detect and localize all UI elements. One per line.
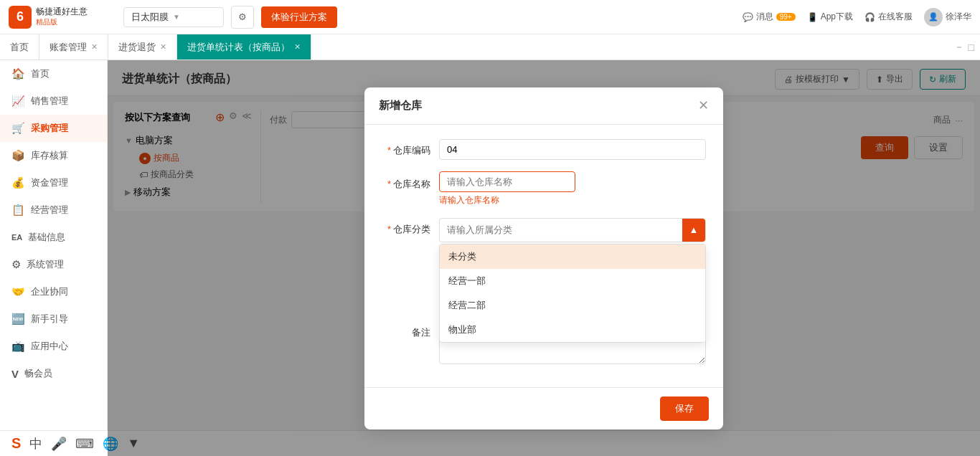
enterprise-icon: 🤝 — [11, 285, 25, 298]
purchase-icon: 🛒 — [11, 122, 25, 135]
tab-purchase-stats-label: 进货单统计表（按商品） — [187, 41, 290, 54]
apps-icon: 📺 — [11, 340, 25, 353]
tab-account-close[interactable]: ✕ — [91, 42, 98, 52]
sidebar-item-guide[interactable]: 🆕 新手引导 — [0, 305, 107, 333]
sidebar-item-member[interactable]: V 畅会员 — [0, 360, 107, 387]
settings-icon[interactable]: ⚙ — [231, 6, 254, 29]
app-sub: 精品版 — [36, 17, 88, 27]
dropdown-item-0[interactable]: 未分类 — [440, 244, 705, 269]
username-label: 徐泽华 — [946, 11, 971, 23]
sidebar-finance-label: 资金管理 — [31, 176, 68, 189]
customer-service-item[interactable]: 🎧 在线客服 — [864, 11, 913, 23]
message-item[interactable]: 💬 消息 99+ — [743, 11, 796, 23]
keyboard-icon[interactable]: ⌨ — [75, 436, 94, 452]
store-name: 日太阳膜 — [131, 11, 169, 24]
dropdown-item-2[interactable]: 经营二部 — [440, 293, 705, 318]
modal-close-button[interactable]: ✕ — [698, 99, 709, 112]
name-input[interactable] — [439, 171, 575, 192]
code-row: 仓库编码 — [382, 139, 706, 160]
modal-body: 仓库编码 仓库名称 请输入仓库名称 仓库分类 — [364, 125, 723, 387]
headphone-icon: 🎧 — [864, 12, 875, 22]
top-header: 6 畅捷通好生意 精品版 日太阳膜 ▼ ⚙ 体验行业方案 💬 消息 99+ 📱 … — [0, 0, 980, 34]
modal-overlay: 新增仓库 ✕ 仓库编码 仓库名称 请输入仓库名 — [108, 60, 980, 456]
store-selector[interactable]: 日太阳膜 ▼ — [123, 7, 224, 27]
sidebar-item-system[interactable]: ⚙ 系统管理 — [0, 251, 107, 278]
guide-icon: 🆕 — [11, 313, 25, 326]
sidebar-purchase-label: 采购管理 — [31, 122, 68, 135]
maximize-icon[interactable]: □ — [969, 42, 974, 53]
trial-button[interactable]: 体验行业方案 — [261, 6, 337, 28]
category-input[interactable] — [440, 220, 682, 239]
category-label: 仓库分类 — [382, 218, 439, 236]
minimize-icon[interactable]: － — [954, 41, 964, 54]
modal-title: 新增仓库 — [379, 99, 422, 113]
category-wrapper: ▲ 未分类 经营一部 经营二部 物业部 — [439, 218, 706, 242]
phone-icon: 📱 — [807, 12, 818, 22]
app-download-item[interactable]: 📱 App下载 — [807, 11, 853, 23]
sidebar-item-inventory[interactable]: 📦 库存核算 — [0, 142, 107, 169]
mic-icon[interactable]: 🎤 — [51, 436, 67, 452]
sidebar-apps-label: 应用中心 — [31, 340, 68, 353]
name-label: 仓库名称 — [382, 173, 439, 191]
sidebar-item-purchase[interactable]: 🛒 采购管理 — [0, 115, 107, 142]
logo-icon: 6 — [9, 6, 32, 29]
sidebar-item-home[interactable]: 🏠 首页 — [0, 60, 107, 87]
tab-purchase-return[interactable]: 进货退货 ✕ — [108, 34, 177, 60]
add-warehouse-modal: 新增仓库 ✕ 仓库编码 仓库名称 请输入仓库名 — [364, 87, 723, 429]
sidebar-item-sales[interactable]: 📈 销售管理 — [0, 87, 107, 115]
sidebar-item-operations[interactable]: 📋 经营管理 — [0, 196, 107, 224]
app-download-label: App下载 — [821, 11, 853, 23]
sogou-icon[interactable]: S — [11, 435, 21, 452]
finance-icon: 💰 — [11, 176, 25, 189]
category-toggle-btn[interactable]: ▲ — [682, 219, 705, 242]
dropdown-item-1[interactable]: 经营一部 — [440, 269, 705, 293]
category-dropdown: 未分类 经营一部 经营二部 物业部 — [439, 244, 706, 343]
sales-icon: 📈 — [11, 95, 25, 108]
sidebar-home-label: 首页 — [31, 67, 50, 80]
home-icon: 🏠 — [11, 67, 25, 80]
sidebar-item-finance[interactable]: 💰 资金管理 — [0, 169, 107, 196]
operations-icon: 📋 — [11, 204, 25, 217]
tab-purchase-return-close[interactable]: ✕ — [160, 42, 166, 52]
tab-purchase-stats[interactable]: 进货单统计表（按商品） ✕ — [177, 34, 311, 60]
code-input[interactable] — [439, 139, 706, 160]
tab-account-management[interactable]: 账套管理 ✕ — [39, 34, 108, 60]
sidebar-item-apps[interactable]: 📺 应用中心 — [0, 333, 107, 360]
tab-window-btns: － □ — [948, 41, 980, 54]
chinese-input-icon[interactable]: 中 — [29, 435, 42, 452]
tab-bar: 首页 账套管理 ✕ 进货退货 ✕ 进货单统计表（按商品） ✕ － □ — [0, 34, 980, 60]
tab-home[interactable]: 首页 — [0, 34, 39, 60]
content-area: 进货单统计（按商品） 🖨 按模板打印 ▼ ⬆ 导出 ↻ 刷新 — [108, 60, 980, 456]
system-icon: ⚙ — [11, 258, 21, 271]
tab-account-label: 账套管理 — [50, 41, 87, 54]
basic-info-icon: EA — [11, 233, 22, 242]
sidebar-sales-label: 销售管理 — [31, 95, 68, 108]
modal-header: 新增仓库 ✕ — [364, 87, 723, 125]
message-label: 消息 — [756, 11, 773, 23]
inventory-icon: 📦 — [11, 149, 25, 162]
name-row: 仓库名称 请输入仓库名称 — [382, 171, 706, 206]
avatar: 👤 — [924, 8, 943, 27]
sidebar-enterprise-label: 企业协同 — [31, 285, 68, 298]
tab-purchase-stats-close[interactable]: ✕ — [294, 42, 301, 52]
sidebar-member-label: 畅会员 — [24, 367, 52, 380]
sidebar: 🏠 首页 📈 销售管理 🛒 采购管理 📦 库存核算 💰 资金管理 📋 经营管理 … — [0, 60, 108, 456]
sidebar-item-basic-info[interactable]: EA 基础信息 — [0, 224, 107, 251]
main-layout: 🏠 首页 📈 销售管理 🛒 采购管理 📦 库存核算 💰 资金管理 📋 经营管理 … — [0, 60, 980, 456]
save-button[interactable]: 保存 — [660, 396, 709, 421]
user-profile[interactable]: 👤 徐泽华 — [924, 8, 971, 27]
dropdown-item-3[interactable]: 物业部 — [440, 318, 705, 342]
message-badge: 99+ — [776, 13, 796, 21]
code-label: 仓库编码 — [382, 139, 439, 157]
category-row: 仓库分类 ▲ 未分类 经营一部 经营二部 物业部 — [382, 218, 706, 242]
sidebar-basic-info-label: 基础信息 — [28, 231, 65, 244]
category-input-row: ▲ — [439, 218, 706, 242]
logo-area: 6 畅捷通好生意 精品版 — [9, 6, 116, 29]
sidebar-operations-label: 经营管理 — [31, 204, 68, 217]
sidebar-inventory-label: 库存核算 — [31, 149, 68, 162]
sidebar-guide-label: 新手引导 — [31, 313, 68, 326]
sidebar-system-label: 系统管理 — [27, 258, 64, 271]
app-name: 畅捷通好生意 — [36, 6, 88, 18]
modal-footer: 保存 — [364, 387, 723, 429]
sidebar-item-enterprise[interactable]: 🤝 企业协同 — [0, 278, 107, 305]
